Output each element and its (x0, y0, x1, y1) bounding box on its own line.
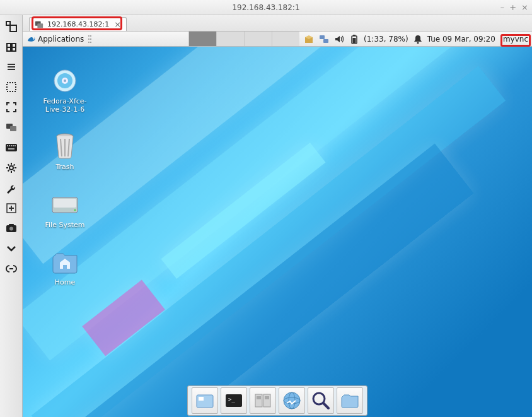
svg-rect-37 (323, 39, 328, 43)
desktop-wallpaper[interactable]: Fedora-Xfce- Live-32-1-6 Trash File Syst… (23, 47, 532, 417)
drive-icon (51, 194, 79, 215)
scale-icon[interactable] (3, 78, 20, 96)
tools-icon[interactable] (3, 179, 20, 197)
svg-point-33 (88, 42, 90, 43)
svg-rect-3 (10, 25, 16, 32)
folder-icon (340, 392, 360, 409)
fullscreen-icon[interactable] (3, 98, 20, 116)
remote-desktop-viewport[interactable]: Applications (1:33, 78%) Tue 09 Mar, 09:… (23, 32, 532, 417)
xfce-top-panel: Applications (1:33, 78%) Tue 09 Mar, 09:… (23, 32, 532, 47)
xfce-bottom-dock: >_ (187, 385, 367, 416)
desktop-icon-label: Trash (55, 163, 74, 171)
svg-rect-1 (37, 23, 43, 28)
search-icon (311, 391, 331, 411)
svg-rect-53 (63, 265, 67, 269)
copy-icon[interactable] (3, 38, 20, 56)
desktop-icon-home[interactable]: Home (30, 247, 100, 286)
battery-icon[interactable] (349, 33, 360, 45)
svg-point-21 (9, 166, 13, 170)
svg-point-45 (64, 79, 66, 82)
tab-close-icon[interactable]: × (114, 20, 121, 29)
user-button[interactable]: myvnc (499, 32, 532, 46)
workspace-4[interactable] (272, 32, 299, 46)
svg-rect-19 (14, 145, 16, 146)
svg-rect-61 (265, 396, 269, 399)
dock-web-browser[interactable] (279, 387, 305, 414)
clock-text[interactable]: Tue 09 Mar, 09:20 (427, 35, 495, 44)
network-icon[interactable] (318, 33, 330, 45)
dock-user-folder[interactable] (337, 387, 363, 414)
window-controls: – + × (500, 3, 528, 12)
workspace-1[interactable] (188, 32, 216, 46)
trash-icon (53, 132, 77, 160)
svg-rect-17 (11, 145, 12, 146)
home-folder-icon (51, 250, 79, 274)
svg-point-26 (9, 227, 13, 231)
battery-status-text[interactable]: (1:33, 78%) (364, 35, 408, 44)
desktop-icon-fedora-disc[interactable]: Fedora-Xfce- Live-32-1-6 (30, 66, 100, 114)
svg-rect-14 (6, 144, 17, 151)
user-label: myvnc (503, 35, 528, 44)
dock-show-desktop[interactable] (192, 387, 218, 414)
disconnect-icon[interactable] (3, 260, 20, 278)
svg-rect-40 (353, 38, 356, 43)
svg-rect-55 (199, 397, 204, 401)
svg-rect-39 (353, 35, 356, 36)
plus-icon[interactable] (3, 199, 20, 217)
svg-rect-27 (9, 224, 14, 226)
tab-bar: 192.168.43.182:1 × (0, 15, 532, 32)
svg-point-30 (90, 35, 91, 37)
svg-point-34 (90, 42, 91, 43)
dock-terminal[interactable]: >_ (221, 387, 247, 414)
svg-point-31 (88, 38, 90, 40)
client-left-toolbar (0, 15, 23, 417)
new-connection-icon[interactable] (3, 18, 20, 35)
terminal-icon: >_ (224, 392, 243, 409)
workspace-2[interactable] (216, 32, 244, 46)
switch-monitor-icon[interactable] (3, 119, 20, 136)
show-desktop-icon (195, 392, 214, 409)
desktop-icon-label: Home (55, 278, 75, 286)
globe-icon (282, 391, 302, 411)
desktop-icon-label: File System (45, 221, 85, 229)
svg-point-29 (88, 35, 90, 37)
svg-rect-18 (13, 145, 14, 146)
desktop-icon-trash[interactable]: Trash (30, 131, 100, 171)
svg-rect-51 (54, 199, 76, 208)
keyboard-icon[interactable] (3, 139, 20, 156)
connection-tab-label: 192.168.43.182:1 (47, 20, 109, 28)
desktop-icon-label: Fedora-Xfce- Live-32-1-6 (43, 97, 86, 114)
package-updates-icon[interactable] (303, 33, 315, 45)
menu-icon[interactable] (3, 58, 20, 76)
svg-point-32 (90, 38, 91, 40)
workspace-switcher[interactable] (188, 32, 299, 46)
system-tray: (1:33, 78%) Tue 09 Mar, 09:20 (299, 32, 499, 46)
window-title: 192.168.43.182:1 (232, 3, 299, 12)
minimize-button[interactable]: – (500, 3, 505, 12)
applications-menu-button[interactable]: Applications (23, 32, 88, 46)
workspace-3[interactable] (244, 32, 272, 46)
collapse-icon[interactable] (3, 240, 20, 257)
dock-file-manager[interactable] (250, 387, 276, 414)
dock-app-finder[interactable] (308, 387, 334, 414)
desktop-icon-filesystem[interactable]: File System (30, 189, 100, 229)
settings-icon[interactable] (3, 159, 20, 177)
svg-text:>_: >_ (228, 396, 235, 402)
svg-rect-5 (7, 47, 11, 51)
volume-icon[interactable] (333, 33, 345, 45)
maximize-button[interactable]: + (509, 3, 516, 12)
svg-rect-7 (12, 47, 16, 51)
svg-rect-15 (7, 145, 8, 146)
window-titlebar: 192.168.43.182:1 – + × (0, 0, 532, 15)
desktop-icons-area: Fedora-Xfce- Live-32-1-6 Trash File Syst… (30, 66, 100, 304)
applications-menu-label: Applications (38, 35, 84, 44)
svg-rect-13 (10, 126, 16, 131)
close-button[interactable]: × (521, 3, 528, 12)
svg-rect-16 (9, 145, 10, 146)
connection-tab[interactable]: 192.168.43.182:1 × (29, 17, 127, 31)
panel-handle-icon[interactable] (88, 33, 93, 45)
screenshot-icon[interactable] (3, 220, 20, 237)
notification-bell-icon[interactable] (412, 33, 424, 45)
svg-rect-36 (320, 35, 325, 39)
xfce-logo-icon (26, 35, 35, 44)
